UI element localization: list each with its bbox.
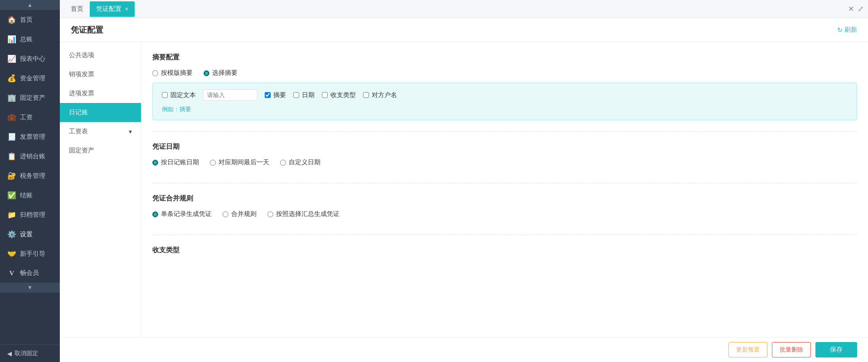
sidebar-item-vip[interactable]: V 畅会员 [0, 264, 60, 283]
sidebar-item-settings-label: 设置 [20, 230, 33, 239]
checkbox-counterparty-input[interactable] [363, 92, 369, 98]
left-nav-item-sales-invoice[interactable]: 销项发票 [60, 65, 141, 84]
checkbox-income-type[interactable]: 收支类型 [322, 91, 356, 99]
sidebar-item-archive[interactable]: 📁 归档管理 [0, 205, 60, 225]
radio-select-summary-label: 选择摘要 [212, 69, 238, 77]
sidebar-item-payroll[interactable]: 💼 工资 [0, 108, 60, 127]
radio-merge-rule-input[interactable] [223, 211, 228, 217]
window-expand-icon[interactable]: ⤢ [858, 5, 863, 13]
sidebar-item-purchase-sales-label: 进销台账 [20, 152, 45, 161]
sidebar-scroll-up[interactable]: ▲ [0, 0, 60, 10]
left-nav-item-payroll-table[interactable]: 工资表 ▾ [60, 122, 141, 141]
window-close-icon[interactable]: ✕ [848, 5, 854, 13]
sidebar-scroll-down[interactable]: ▼ [0, 283, 60, 293]
funds-icon: 💰 [7, 74, 16, 83]
left-nav-item-public[interactable]: 公共选项 [60, 46, 141, 65]
summary-config-section: 摘要配置 按模版摘要 选择摘要 [152, 53, 857, 132]
radio-merge-rule-label: 合并规则 [231, 210, 257, 218]
sidebar-item-closing-label: 结账 [20, 191, 33, 200]
sidebar-item-tax[interactable]: 🔐 税务管理 [0, 166, 60, 186]
radio-template-summary-input[interactable] [152, 70, 158, 76]
update-preview-button[interactable]: 更新预置 [728, 342, 767, 357]
radio-custom-date-label: 自定义日期 [289, 158, 320, 166]
sidebar-item-archive-label: 归档管理 [20, 211, 45, 219]
sidebar-item-funds[interactable]: 💰 资金管理 [0, 68, 60, 88]
checkbox-counterparty[interactable]: 对方户名 [363, 91, 397, 99]
checkbox-fixed-text[interactable]: 固定文本 [162, 91, 196, 99]
tab-voucher-config[interactable]: 凭证配置 × [90, 1, 135, 17]
left-nav-item-payroll-table-label: 工资表 [69, 127, 88, 136]
closing-icon: ✅ [7, 191, 16, 200]
chevron-down-icon: ▾ [129, 128, 132, 135]
tab-home[interactable]: 首页 [64, 1, 90, 17]
radio-single-record[interactable]: 单条记录生成凭证 [152, 210, 212, 218]
left-nav: 公共选项 销项发票 进项发票 日记账 工资表 ▾ 固定资产 [60, 42, 141, 337]
left-nav-item-purchase-invoice[interactable]: 进项发票 [60, 84, 141, 103]
sidebar-bottom-label: 取消固定 [15, 349, 38, 357]
checkbox-summary-label: 摘要 [273, 91, 286, 99]
radio-by-selection-input[interactable] [267, 211, 273, 217]
voucher-date-radio-group: 按日记账日期 对应期间最后一天 自定义日期 [152, 158, 857, 166]
radio-last-day-of-period[interactable]: 对应期间最后一天 [210, 158, 269, 166]
sidebar-item-settings[interactable]: ⚙️ 设置 [0, 225, 60, 244]
sidebar-item-closing[interactable]: ✅ 结账 [0, 186, 60, 205]
checkbox-date[interactable]: 日期 [293, 91, 315, 99]
tax-icon: 🔐 [7, 171, 16, 180]
sidebar-item-ledger[interactable]: 📊 总账 [0, 29, 60, 49]
checkbox-income-type-input[interactable] [322, 92, 328, 98]
tab-close-icon[interactable]: × [125, 6, 128, 12]
batch-delete-button[interactable]: 批量删除 [772, 342, 811, 357]
checkbox-config-box: 固定文本 摘要 日期 [152, 83, 857, 120]
sidebar-item-reports[interactable]: 📈 报表中心 [0, 49, 60, 68]
refresh-icon: ↻ [837, 26, 843, 34]
radio-custom-date[interactable]: 自定义日期 [280, 158, 320, 166]
unpin-icon: ◀ [7, 350, 12, 357]
left-nav-item-journal-label: 日记账 [69, 108, 88, 117]
sidebar-unpin-button[interactable]: ◀ 取消固定 [0, 344, 60, 362]
sidebar-item-guide[interactable]: 🤝 新手引导 [0, 244, 60, 264]
left-nav-item-purchase-invoice-label: 进项发票 [69, 89, 94, 98]
merge-rule-section: 凭证合并规则 单条记录生成凭证 合并规则 按照选择汇总生成凭证 [152, 194, 857, 235]
radio-custom-date-input[interactable] [280, 160, 286, 166]
sidebar-item-reports-label: 报表中心 [20, 55, 45, 63]
radio-last-day-of-period-input[interactable] [210, 160, 216, 166]
radio-by-selection[interactable]: 按照选择汇总生成凭证 [267, 210, 339, 218]
fixed-text-input[interactable] [203, 89, 257, 101]
sidebar-item-home[interactable]: 🏠 首页 [0, 10, 60, 29]
sidebar-item-assets[interactable]: 🏢 固定资产 [0, 88, 60, 108]
income-expense-title: 收支类型 [152, 246, 857, 254]
page-wrapper: 凭证配置 ↻ 刷新 公共选项 销项发票 进项发票 日记账 [60, 18, 868, 362]
refresh-button[interactable]: ↻ 刷新 [837, 26, 857, 34]
checkbox-fixed-text-input[interactable] [162, 92, 168, 98]
checkbox-summary-input[interactable] [265, 92, 271, 98]
sidebar-item-purchase-sales[interactable]: 📋 进销台账 [0, 147, 60, 166]
left-nav-item-fixed-assets-label: 固定资产 [69, 147, 94, 155]
home-icon: 🏠 [7, 15, 16, 24]
radio-by-journal-date[interactable]: 按日记账日期 [152, 158, 199, 166]
checkbox-date-input[interactable] [293, 92, 299, 98]
sidebar: ▲ 🏠 首页 📊 总账 📈 报表中心 💰 资金管理 🏢 固定资产 💼 工资 🧾 … [0, 0, 60, 362]
radio-by-journal-date-input[interactable] [152, 160, 158, 166]
radio-template-summary-label: 按模版摘要 [161, 69, 193, 77]
radio-template-summary[interactable]: 按模版摘要 [152, 69, 193, 77]
sidebar-item-guide-label: 新手引导 [20, 250, 45, 258]
page-header: 凭证配置 ↻ 刷新 [60, 18, 868, 42]
form-area: 摘要配置 按模版摘要 选择摘要 [141, 42, 868, 337]
radio-select-summary[interactable]: 选择摘要 [204, 69, 238, 77]
checkbox-fixed-text-label: 固定文本 [170, 91, 196, 99]
left-nav-item-sales-invoice-label: 销项发票 [69, 70, 94, 78]
radio-merge-rule[interactable]: 合并规则 [223, 210, 257, 218]
tab-voucher-config-label: 凭证配置 [96, 5, 121, 13]
save-button[interactable]: 保存 [815, 342, 857, 357]
sidebar-item-assets-label: 固定资产 [20, 94, 45, 102]
settings-icon: ⚙️ [7, 230, 16, 239]
left-nav-item-fixed-assets[interactable]: 固定资产 [60, 141, 141, 160]
voucher-date-section: 凭证日期 按日记账日期 对应期间最后一天 自定义日期 [152, 142, 857, 183]
sidebar-item-invoice-mgmt[interactable]: 🧾 发票管理 [0, 127, 60, 147]
radio-select-summary-input[interactable] [204, 70, 209, 76]
checkbox-summary[interactable]: 摘要 [265, 91, 286, 99]
radio-single-record-input[interactable] [152, 211, 158, 217]
example-label: 例如： [162, 106, 179, 113]
reports-icon: 📈 [7, 54, 16, 63]
left-nav-item-journal[interactable]: 日记账 [60, 103, 141, 122]
